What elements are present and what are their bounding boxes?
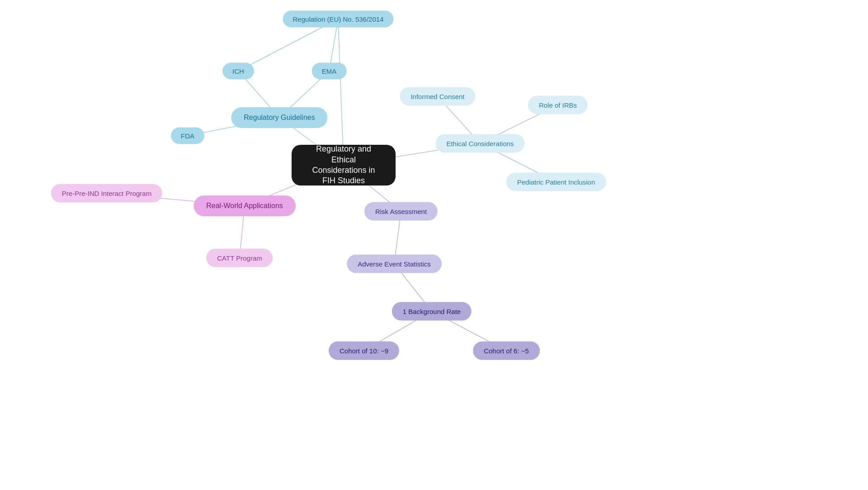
pediatric-patient-inclusion-node[interactable]: Pediatric Patient Inclusion bbox=[506, 173, 606, 191]
risk-assessment-node[interactable]: Risk Assessment bbox=[364, 202, 438, 221]
informed-consent-node[interactable]: Informed Consent bbox=[400, 87, 475, 106]
adverse-event-node[interactable]: Adverse Event Statistics bbox=[347, 255, 442, 273]
central-node[interactable]: Regulatory and Ethical Considerations in… bbox=[292, 145, 396, 186]
fda-node[interactable]: FDA bbox=[171, 128, 204, 144]
svg-line-0 bbox=[338, 19, 344, 165]
pre-pre-ind-node[interactable]: Pre-Pre-IND Interact Program bbox=[51, 184, 162, 203]
ethical-considerations-node[interactable]: Ethical Considerations bbox=[435, 134, 524, 153]
cohort-10-node[interactable]: Cohort of 10: ~9 bbox=[329, 342, 399, 360]
ich-node[interactable]: ICH bbox=[222, 63, 254, 80]
ema-node[interactable]: EMA bbox=[312, 63, 347, 80]
role-of-irbs-node[interactable]: Role of IRBs bbox=[528, 96, 588, 114]
regulation-node[interactable]: Regulation (EU) No. 536/2014 bbox=[283, 11, 394, 28]
regulatory-guidelines-node[interactable]: Regulatory Guidelines bbox=[231, 107, 327, 128]
catt-program-node[interactable]: CATT Program bbox=[206, 249, 273, 267]
real-world-node[interactable]: Real-World Applications bbox=[193, 195, 296, 216]
background-rate-node[interactable]: 1 Background Rate bbox=[392, 302, 472, 321]
cohort-6-node[interactable]: Cohort of 6: ~5 bbox=[473, 342, 540, 360]
